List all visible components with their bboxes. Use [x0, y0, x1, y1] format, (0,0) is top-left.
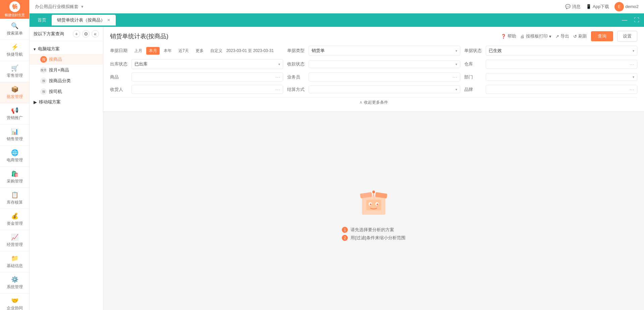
sidebar-item-label: 采购管理 [7, 178, 23, 184]
print-dropdown-icon: ▾ [549, 34, 551, 39]
search-icon: 🔍 [11, 22, 18, 30]
help-btn[interactable]: ❓ 帮助 [501, 33, 516, 39]
wholesale-icon: 📦 [11, 86, 18, 93]
export-label: 导出 [560, 33, 569, 39]
status-label: 单据状态 [464, 48, 483, 54]
dept-select[interactable]: ▾ [486, 73, 637, 81]
tree-child-by-category[interactable]: 按 按商品分类 [30, 75, 103, 86]
sidebar: 畅 畅捷信好生意 🔍 搜索菜单 ⚡ 快捷导航 🛒 零售管理 📦 批发管理 📢 营… [0, 0, 30, 310]
status-select[interactable]: 已生效 ▾ [486, 46, 637, 56]
sidebar-item-ecommerce[interactable]: 🌐 电商管理 [0, 146, 30, 167]
refresh-icon: ↺ [573, 34, 577, 39]
sidebar-item-finance[interactable]: 💰 资金管理 [0, 209, 30, 230]
logo-icon: 畅 [9, 1, 20, 12]
workspace-dropdown-icon[interactable]: ▾ [81, 4, 84, 9]
pay-select[interactable]: ▾ [309, 60, 460, 68]
date-tab-current-year[interactable]: 本年 [161, 47, 174, 55]
goods-dots: ··· [275, 74, 280, 80]
tab-close-icon[interactable]: ✕ [107, 18, 110, 22]
sidebar-item-label: 营销推广 [7, 115, 23, 121]
date-tab-custom[interactable]: 自定义 [208, 47, 225, 55]
staff-dots: ··· [452, 74, 457, 80]
sidebar-item-wholesale[interactable]: 📦 批发管理 [0, 82, 30, 103]
message-btn[interactable]: 💬 消息 [565, 4, 581, 10]
sidebar-item-quick-nav[interactable]: ⚡ 快捷导航 [0, 40, 30, 61]
empty-tip-2: 2 用[过滤]条件来缩小分析范围 [342, 235, 405, 241]
tree-parent-desktop[interactable]: ▾ 电脑端方案 [30, 44, 103, 54]
tree-child-by-month-goods[interactable]: 按月 按月+商品 [30, 65, 103, 75]
brand-label: 品牌 [464, 87, 483, 93]
tree-child-label: 按商品 [49, 56, 62, 62]
refresh-btn[interactable]: ↺ 刷新 [573, 33, 587, 39]
left-panel-actions: + ⚙ « [73, 30, 99, 38]
svg-point-6 [370, 203, 372, 205]
print-btn[interactable]: 🖨 按模板打印 ▾ [520, 33, 551, 39]
filter-stock: 出库状态 已出库 ▾ [110, 59, 283, 69]
sidebar-item-purchase[interactable]: 🛍️ 采购管理 [0, 167, 30, 188]
user-menu[interactable]: E demo2 [614, 2, 639, 11]
sidebar-item-label: 电商管理 [7, 157, 23, 163]
sidebar-item-inventory[interactable]: 📋 库存核算 [0, 188, 30, 209]
date-tab-prev-month[interactable]: 上月 [131, 47, 145, 55]
dept-label: 部门 [464, 74, 483, 80]
sidebar-item-label: 经营管理 [7, 242, 23, 248]
app-download-icon: 📱 [586, 4, 591, 9]
date-tab-current-month[interactable]: 本月 [146, 47, 160, 55]
tip-num-1: 1 [342, 227, 348, 233]
date-tab-7days[interactable]: 近7天 [176, 47, 192, 55]
collapse-bar[interactable]: ∧ 收起更多条件 [110, 97, 637, 107]
settings-btn[interactable]: 设置 [617, 31, 637, 42]
staff-input[interactable]: ··· [309, 72, 460, 82]
sidebar-item-marketing[interactable]: 📢 营销推广 [0, 103, 30, 124]
tab-minimize-btn[interactable]: — [620, 15, 629, 25]
tab-active[interactable]: 销货单统计表（按商品） ✕ [52, 15, 116, 25]
date-tab-more[interactable]: 更多 [193, 47, 206, 55]
tab-home[interactable]: 首页 [32, 15, 52, 25]
add-scheme-btn[interactable]: + [73, 30, 80, 38]
collapse-panel-btn[interactable]: « [92, 30, 99, 38]
filter-brand: 品牌 ··· [464, 85, 637, 94]
doc-type-select[interactable]: 销货单 ▾ [309, 46, 460, 56]
dept-caret: ▾ [633, 75, 634, 79]
staff-label: 业务员 [287, 74, 306, 80]
warehouse-input[interactable]: ··· [486, 60, 637, 69]
stock-select[interactable]: 已出库 ▾ [131, 59, 283, 69]
sidebar-item-system[interactable]: ⚙️ 系统管理 [0, 272, 30, 294]
purchase-icon: 🛍️ [11, 170, 18, 177]
sidebar-item-enterprise[interactable]: 🤝 企业协同 [0, 294, 30, 310]
tree-child-by-cashier[interactable]: 按 按司机 [30, 86, 103, 97]
scheme-icon-by-goods: 按 [40, 56, 47, 63]
brand-input[interactable]: ··· [486, 85, 637, 94]
pay-method-select[interactable]: ▾ [309, 86, 460, 93]
tab-expand-btn[interactable]: ⛶ [632, 15, 641, 25]
filter-warehouse: 仓库 ··· [464, 60, 637, 69]
goods-input[interactable]: ··· [131, 72, 283, 82]
sidebar-item-sales[interactable]: 📊 销售管理 [0, 124, 30, 146]
tree-child-label: 按商品分类 [49, 78, 71, 84]
filter-goods: 商品 ··· [110, 72, 283, 82]
empty-illustration [354, 181, 394, 221]
warehouse-label: 仓库 [464, 61, 483, 67]
tree-expand-icon-mobile: ▶ [34, 100, 37, 105]
filter-status: 单据状态 已生效 ▾ [464, 46, 637, 56]
tree-expand-icon: ▾ [34, 47, 36, 52]
receiver-input[interactable]: ··· [131, 85, 283, 94]
sidebar-item-business[interactable]: 📈 经营管理 [0, 230, 30, 251]
query-btn[interactable]: 查询 [591, 31, 613, 41]
empty-tip-1: 1 请先选择要分析的方案 [342, 227, 405, 233]
app-download-btn[interactable]: 📱 App下载 [586, 4, 609, 10]
export-btn[interactable]: ↗ 导出 [555, 33, 569, 39]
stock-label: 出库状态 [110, 61, 129, 67]
tree-child-by-goods[interactable]: 按 按商品 [30, 54, 103, 65]
sidebar-item-retail[interactable]: 🛒 零售管理 [0, 61, 30, 82]
scheme-icon-by-category: 按 [40, 78, 47, 84]
date-label: 单据日期 [110, 48, 129, 54]
tree-parent-mobile[interactable]: ▶ 移动端方案 [30, 97, 103, 107]
tab-home-label: 首页 [38, 17, 46, 23]
settings-scheme-btn[interactable]: ⚙ [82, 30, 90, 38]
sidebar-item-basics[interactable]: 📁 基础信息 [0, 251, 30, 272]
export-icon: ↗ [555, 34, 559, 39]
tree-section: ▾ 电脑端方案 按 按商品 按月 按月+商品 按 按商品分类 按 按司机 [30, 41, 103, 110]
doc-type-value: 销货单 [312, 48, 325, 54]
sidebar-item-search-menu[interactable]: 🔍 搜索菜单 [0, 19, 30, 40]
